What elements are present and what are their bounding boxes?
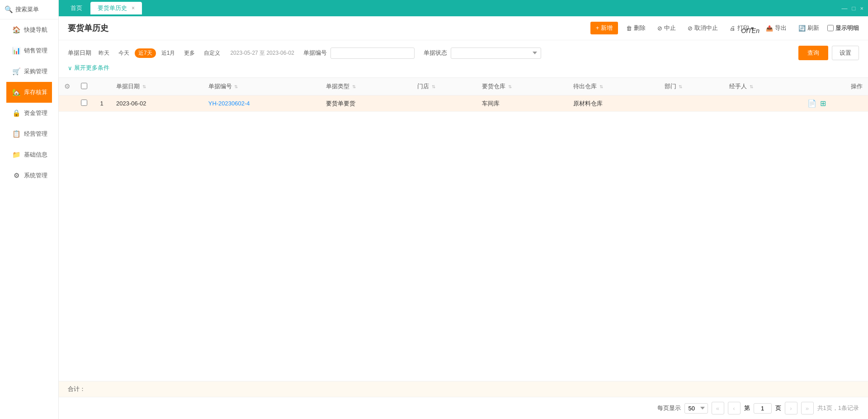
active-tab-label: 要货单历史 — [98, 4, 127, 12]
sort-handler-icon: ⇅ — [750, 84, 753, 89]
show-detail-label: 显示明细 — [835, 24, 859, 32]
col-pending-warehouse-label: 待出仓库 — [573, 83, 597, 90]
row-checkbox-0[interactable] — [75, 95, 93, 112]
table-settings-icon[interactable]: ⚙ — [64, 82, 70, 90]
page-input[interactable]: 1 — [754, 403, 772, 414]
filter-row: 单据日期 昨天今天近7天近1月更多自定义 2023-05-27 至 2023-0… — [68, 46, 859, 60]
status-select[interactable] — [451, 48, 541, 59]
col-req-warehouse-header[interactable]: 要货仓库 ⇅ — [476, 78, 568, 95]
col-date-label: 单据日期 — [116, 83, 140, 90]
first-page-btn[interactable]: « — [712, 402, 724, 414]
basic-icon: 📁 — [12, 151, 20, 159]
col-department-header[interactable]: 部门 ⇅ — [659, 78, 724, 95]
show-detail-checkbox[interactable] — [827, 25, 834, 31]
stop-icon: ⊘ — [657, 25, 662, 32]
sidebar-search-label: 搜索菜单 — [15, 5, 39, 14]
row-select-0[interactable] — [81, 100, 87, 106]
col-orderno-header[interactable]: 单据编号 ⇅ — [203, 78, 321, 95]
order-no-filter: 单据编号 — [303, 48, 415, 59]
sidebar-label-operations: 经营管理 — [24, 130, 47, 138]
col-handler-header[interactable]: 经手人 ⇅ — [724, 78, 802, 95]
row-orderno-0[interactable]: YH-20230602-4 — [203, 95, 321, 112]
order-no-input[interactable] — [330, 48, 415, 59]
row-department-0 — [659, 95, 724, 112]
date-shortcut-更多[interactable]: 更多 — [180, 48, 198, 58]
sidebar-item-inventory[interactable]: 🏡库存核算 — [6, 82, 52, 103]
col-checkbox-header[interactable] — [75, 78, 93, 95]
row-edit-btn-0[interactable]: 📄 — [807, 99, 816, 108]
expand-more-btn[interactable]: ∨ 展开更多条件 — [68, 64, 859, 72]
col-store-header[interactable]: 门店 ⇅ — [412, 78, 476, 95]
sidebar-item-quick-nav[interactable]: 🏠快捷导航 — [6, 19, 52, 40]
system-icon: ⚙ — [12, 171, 20, 180]
window-maximize-btn[interactable]: □ — [852, 5, 856, 12]
row-settings-0 — [59, 95, 75, 112]
row-orderno-link-0[interactable]: YH-20230602-4 — [208, 100, 250, 107]
row-pending-warehouse-0: 原材料仓库 — [568, 95, 659, 112]
data-table: ⚙ 单据日期 ⇅ 单据编号 — [59, 78, 868, 112]
table-row: 1 2023-06-02 YH-20230602-4 要货单要货 车间库 原材料… — [59, 95, 868, 112]
prev-page-btn[interactable]: ‹ — [728, 402, 741, 414]
status-label: 单据状态 — [424, 49, 447, 57]
tab-home[interactable]: 首页 — [63, 2, 90, 14]
sidebar-label-system: 系统管理 — [24, 171, 47, 180]
col-type-header[interactable]: 单据类型 ⇅ — [321, 78, 412, 95]
sidebar-item-operations[interactable]: 📋经营管理 — [6, 124, 52, 144]
inventory-icon: 🏡 — [12, 88, 20, 96]
sort-req-warehouse-icon: ⇅ — [508, 84, 512, 89]
sort-store-icon: ⇅ — [432, 84, 435, 89]
tab-close-btn[interactable]: × — [132, 5, 135, 11]
sidebar-item-system[interactable]: ⚙系统管理 — [6, 165, 52, 186]
table-area: ⚙ 单据日期 ⇅ 单据编号 — [59, 78, 868, 381]
new-btn[interactable]: + 新增 — [590, 22, 618, 34]
sidebar-item-finance[interactable]: 🔒资金管理 — [6, 103, 52, 124]
chevron-down-icon: ∨ — [68, 65, 72, 71]
window-minimize-btn[interactable]: — — [842, 5, 848, 12]
col-settings[interactable]: ⚙ — [59, 78, 75, 95]
row-delete-btn-0[interactable]: ⊞ — [820, 99, 826, 108]
export-btn[interactable]: 📤 导出 — [762, 22, 790, 34]
refresh-btn[interactable]: 🔄 刷新 — [795, 22, 823, 34]
next-page-btn[interactable]: › — [785, 402, 797, 414]
row-req-warehouse-0: 车间库 — [476, 95, 568, 112]
often-label: OfTEn — [741, 27, 760, 34]
page-title: 要货单历史 — [68, 23, 108, 33]
col-pending-warehouse-header[interactable]: 待出仓库 ⇅ — [568, 78, 659, 95]
quick-nav-icon: 🏠 — [12, 26, 20, 34]
sort-orderno-icon: ⇅ — [234, 84, 238, 89]
sidebar-label-inventory: 库存核算 — [24, 88, 47, 96]
sidebar-search[interactable]: 🔍 搜索菜单 — [0, 0, 58, 19]
sidebar-label-sales: 销售管理 — [24, 47, 47, 55]
date-shortcut-今天[interactable]: 今天 — [115, 48, 133, 58]
date-shortcut-自定义[interactable]: 自定义 — [200, 48, 224, 58]
page-end-label: 页 — [775, 404, 781, 412]
tab-active[interactable]: 要货单历史 × — [90, 2, 142, 14]
tab-bar: 首页 要货单历史 × — □ × — [59, 0, 868, 16]
row-store-0 — [412, 95, 476, 112]
sidebar-item-purchase[interactable]: 🛒采购管理 — [6, 61, 52, 82]
date-shortcut-昨天[interactable]: 昨天 — [95, 48, 113, 58]
col-date-header[interactable]: 单据日期 ⇅ — [111, 78, 203, 95]
cancel-stop-icon: ⊘ — [688, 25, 693, 32]
export-icon: 📤 — [766, 25, 773, 32]
order-no-label: 单据编号 — [303, 49, 327, 57]
settings-filter-btn[interactable]: 设置 — [832, 46, 859, 60]
date-shortcut-近1月[interactable]: 近1月 — [158, 48, 179, 58]
last-page-btn[interactable]: » — [801, 402, 814, 414]
show-detail-toggle[interactable]: 显示明细 — [827, 24, 859, 32]
cancel-stop-btn[interactable]: ⊘ 取消中止 — [684, 22, 722, 34]
date-shortcut-近7天[interactable]: 近7天 — [135, 48, 156, 58]
sidebar-item-basic[interactable]: 📁基础信息 — [6, 144, 52, 165]
row-actions-0: 📄 ⊞ — [802, 95, 868, 112]
select-all-checkbox[interactable] — [81, 83, 87, 89]
col-handler-label: 经手人 — [729, 83, 747, 90]
col-type-label: 单据类型 — [326, 83, 349, 90]
delete-btn[interactable]: 🗑 删除 — [623, 22, 649, 34]
sidebar-item-sales[interactable]: 📊销售管理 — [6, 40, 52, 61]
stop-btn[interactable]: ⊘ 中止 — [654, 22, 679, 34]
query-btn[interactable]: 查询 — [798, 46, 828, 60]
per-page-select[interactable]: 2050100200 — [684, 403, 708, 414]
date-filter: 单据日期 昨天今天近7天近1月更多自定义 2023-05-27 至 2023-0… — [68, 48, 294, 58]
window-close-btn[interactable]: × — [860, 5, 863, 12]
filter-area: 单据日期 昨天今天近7天近1月更多自定义 2023-05-27 至 2023-0… — [59, 40, 868, 78]
